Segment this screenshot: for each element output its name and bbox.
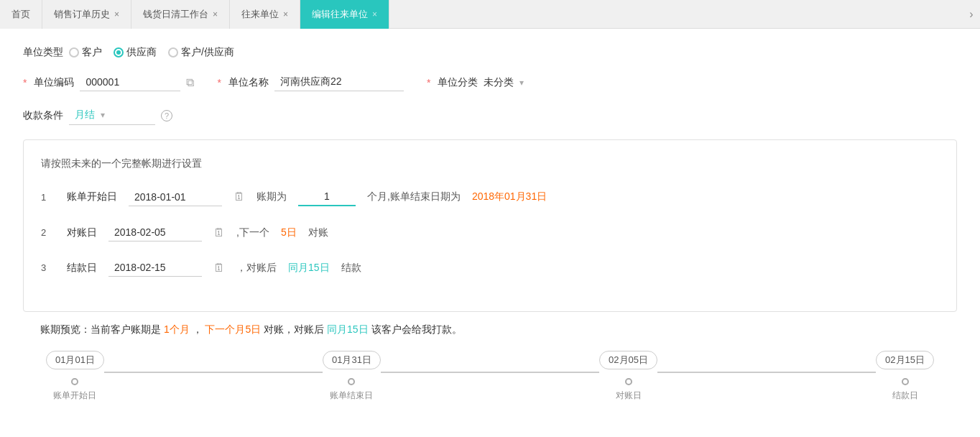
timeline-node-3: 02月15日结款日 [876, 351, 934, 402]
copy-icon[interactable]: ⧉ [186, 76, 194, 89]
main-content: 单位类型 客户供应商客户/供应商 * 单位编码 ⧉ * 单位名称 * 单位分类 … [0, 29, 980, 437]
period-row-3: 3 结款日 🗓 ，对账后 同月15日 结款 [41, 259, 939, 277]
unit-name-field: * 单位名称 [217, 73, 403, 91]
tab-cash-work[interactable]: 钱货日清工作台× [131, 0, 230, 29]
timeline-line-0 [104, 372, 323, 373]
period-end-date: 2018年01月31日 [472, 190, 547, 203]
timeline-badge-1: 01月31日 [323, 351, 381, 369]
timeline-node-0: 01月01日账单开始日 [46, 351, 104, 402]
period-recon-suffix: 对账 [308, 226, 328, 239]
period-month-label: 个月,账单结束日期为 [367, 190, 461, 203]
tab-close-edit-partner-unit[interactable]: × [372, 9, 377, 19]
timeline-container: 01月01日账单开始日01月31日账单结束日02月05日对账日02月15日结款日 [40, 351, 940, 402]
payment-terms-select[interactable]: 月结 ▾ [69, 106, 155, 125]
unit-type-field: 单位类型 客户供应商客户/供应商 [23, 46, 234, 59]
unit-type-radio-group: 客户供应商客户/供应商 [69, 46, 234, 59]
period-recon-highlight: 5日 [281, 226, 297, 239]
unit-category-value: 未分类 [484, 76, 514, 89]
unit-code-input[interactable] [80, 73, 180, 91]
payment-terms-field: 收款条件 月结 ▾ ? [23, 106, 172, 125]
radio-customer[interactable]: 客户 [69, 46, 102, 59]
timeline-label-2: 对账日 [616, 390, 642, 402]
period-payment-highlight: 同月15日 [288, 262, 330, 275]
unit-info-row: * 单位编码 ⧉ * 单位名称 * 单位分类 未分类 ▾ [23, 73, 957, 91]
tab-close-partner-unit[interactable]: × [283, 9, 288, 19]
timeline-wrapper: 01月01日账单开始日01月31日账单结束日02月05日对账日02月15日结款日 [23, 351, 957, 419]
help-icon[interactable]: ? [161, 110, 172, 121]
timeline-node-2: 02月05日对账日 [599, 351, 657, 402]
radio-circle-both [168, 47, 178, 58]
summary-text: 账期预览：当前客户账期是 1个月 ， 下一个月5日 对账，对账后 同月15日 该… [23, 323, 957, 336]
tab-sales-order-history[interactable]: 销售订单历史× [42, 0, 131, 29]
timeline-badge-0: 01月01日 [46, 351, 104, 369]
required-star-name: * [217, 77, 221, 88]
unit-code-field: * 单位编码 ⧉ [23, 73, 194, 91]
summary-suffix: 该客户会给我打款。 [371, 323, 462, 335]
period-start-label: 账单开始日 [67, 190, 117, 203]
tab-label-home: 首页 [11, 8, 30, 21]
radio-label-both: 客户/供应商 [181, 46, 234, 59]
tab-close-sales-order-history[interactable]: × [114, 9, 119, 19]
period-recon-label: 对账日 [67, 226, 97, 239]
required-star-code: * [23, 77, 27, 88]
tab-label-partner-unit: 往来单位 [241, 8, 279, 21]
timeline-badge-3: 02月15日 [876, 351, 934, 369]
timeline-label-1: 账单结束日 [330, 390, 373, 402]
period-for-label: 账期为 [256, 190, 287, 203]
unit-name-label: 单位名称 [228, 76, 269, 89]
calendar-icon-2[interactable]: 🗓 [213, 226, 225, 239]
radio-circle-supplier [114, 47, 124, 58]
period-card: 请按照未来的一个完整帐期进行设置 1 账单开始日 🗓 账期为 个月,账单结束日期… [23, 139, 957, 312]
period-num-2: 2 [41, 227, 55, 238]
timeline-line-1 [381, 372, 599, 373]
period-recon-prefix: ,下一个 [236, 226, 269, 239]
period-payment-label: 结款日 [67, 262, 97, 275]
unit-category-field: * 单位分类 未分类 ▾ [427, 76, 584, 89]
tab-partner-unit[interactable]: 往来单位× [230, 0, 300, 29]
period-start-date-input[interactable] [129, 188, 222, 206]
summary-part3: 同月15日 [327, 323, 369, 335]
tabs-bar: 首页销售订单历史×钱货日清工作台×往来单位×编辑往来单位× › [0, 0, 980, 29]
timeline-line-2 [657, 372, 876, 373]
radio-label-supplier: 供应商 [126, 46, 157, 59]
period-payment-suffix: 结款 [341, 262, 361, 275]
unit-category-label: 单位分类 [438, 76, 478, 89]
unit-type-label: 单位类型 [23, 46, 63, 59]
chevron-down-icon: ▾ [519, 78, 524, 88]
summary-part1: 1个月 [164, 323, 190, 335]
timeline-dot-1 [348, 378, 355, 385]
period-payment-prefix: ，对账后 [236, 262, 277, 275]
required-star-cat: * [427, 77, 430, 88]
tab-label-cash-work: 钱货日清工作台 [143, 8, 208, 21]
timeline-node-1: 01月31日账单结束日 [323, 351, 381, 402]
radio-supplier[interactable]: 供应商 [114, 46, 157, 59]
payment-terms-row: 收款条件 月结 ▾ ? [23, 106, 957, 125]
chevron-down-icon-terms: ▾ [101, 110, 105, 120]
unit-type-row: 单位类型 客户供应商客户/供应商 [23, 46, 957, 59]
period-row-2: 2 对账日 🗓 ,下一个 5日 对账 [41, 224, 939, 242]
payment-terms-label: 收款条件 [23, 109, 63, 122]
timeline-label-0: 账单开始日 [53, 390, 96, 402]
tab-home[interactable]: 首页 [0, 0, 42, 29]
calendar-icon-3[interactable]: 🗓 [213, 262, 225, 275]
period-num-3: 3 [41, 262, 55, 273]
unit-category-select[interactable]: 未分类 ▾ [484, 76, 584, 89]
tab-close-cash-work[interactable]: × [213, 9, 218, 19]
radio-both[interactable]: 客户/供应商 [168, 46, 234, 59]
summary-part2: 下一个月5日 [205, 323, 261, 335]
summary-middle2: 对账，对账后 [264, 323, 324, 335]
tab-edit-partner-unit[interactable]: 编辑往来单位× [300, 0, 389, 29]
period-payment-date-input[interactable] [108, 259, 202, 277]
radio-label-customer: 客户 [82, 46, 102, 59]
tab-arrow[interactable]: › [963, 8, 980, 21]
calendar-icon-1[interactable]: 🗓 [234, 190, 245, 203]
period-row-1: 1 账单开始日 🗓 账期为 个月,账单结束日期为 2018年01月31日 [41, 188, 939, 206]
period-recon-date-input[interactable] [108, 224, 202, 242]
timeline-dot-2 [625, 378, 632, 385]
timeline-badge-2: 02月05日 [599, 351, 657, 369]
period-months-input[interactable] [298, 188, 356, 206]
timeline-label-3: 结款日 [892, 390, 918, 402]
unit-name-input[interactable] [274, 73, 404, 91]
payment-terms-value: 月结 [75, 109, 95, 121]
summary-prefix: 账期预览：当前客户账期是 [40, 323, 161, 335]
